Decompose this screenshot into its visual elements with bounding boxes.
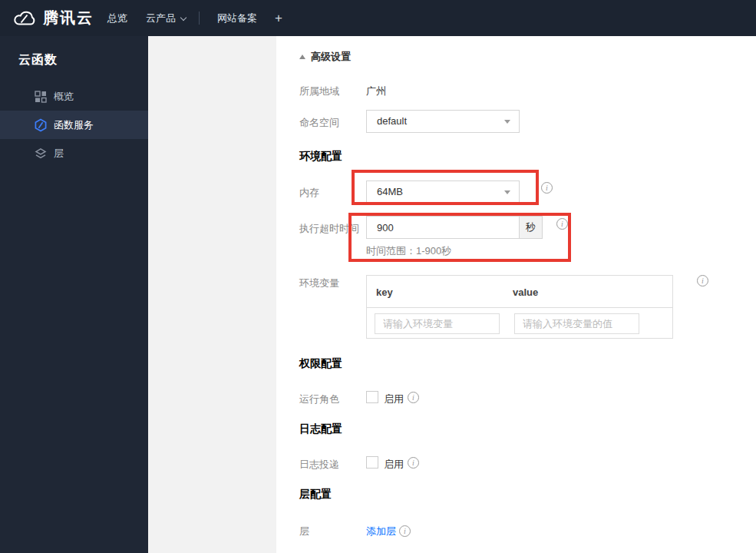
nav-cloud-products[interactable]: 云产品 xyxy=(146,0,186,36)
env-var-value-input[interactable] xyxy=(514,313,639,334)
topbar-divider xyxy=(199,12,200,25)
advanced-settings-toggle[interactable]: 高级设置 xyxy=(299,50,351,64)
sidebar: 云函数 概览 函数服务 层 xyxy=(0,36,148,553)
run-role-label: 运行角色 xyxy=(299,392,339,406)
memory-dropdown[interactable]: 64MB xyxy=(366,180,520,204)
brand-name: 腾讯云 xyxy=(43,8,94,28)
env-config-heading: 环境配置 xyxy=(299,150,342,164)
sidebar-product-title: 云函数 xyxy=(0,36,148,82)
nav-cloud-products-label: 云产品 xyxy=(146,12,176,24)
topbar: 腾讯云 总览 云产品 网站备案 + xyxy=(0,0,756,36)
add-shortcut-button[interactable]: + xyxy=(275,0,282,36)
collapse-triangle-icon xyxy=(299,55,305,59)
namespace-label: 命名空间 xyxy=(299,116,339,130)
timeout-info-icon[interactable] xyxy=(556,218,568,230)
log-delivery-label: 日志投递 xyxy=(299,458,339,472)
add-layer-link[interactable]: 添加层 xyxy=(366,525,396,538)
timeout-input[interactable] xyxy=(366,216,520,239)
sidebar-item-function-service[interactable]: 函数服务 xyxy=(0,111,148,139)
memory-dropdown-value: 64MB xyxy=(377,186,403,197)
log-delivery-enable-label: 启用 xyxy=(384,458,404,472)
env-vars-key-header: key xyxy=(376,286,393,298)
nav-website-icp[interactable]: 网站备案 xyxy=(217,0,257,36)
timeout-unit-suffix: 秒 xyxy=(520,216,543,239)
memory-info-icon[interactable] xyxy=(541,182,553,194)
add-layer-info-icon[interactable] xyxy=(399,525,411,537)
run-role-info-icon[interactable] xyxy=(408,392,419,403)
memory-label: 内存 xyxy=(299,186,319,200)
region-value: 广州 xyxy=(366,84,386,98)
sidebar-item-label: 概览 xyxy=(54,90,74,104)
env-vars-header-divider xyxy=(367,307,672,308)
run-role-enable-checkbox[interactable] xyxy=(366,391,378,403)
permission-config-heading: 权限配置 xyxy=(299,357,342,371)
overview-grid-icon xyxy=(34,90,48,104)
caret-down-icon xyxy=(504,120,510,124)
log-delivery-info-icon[interactable] xyxy=(408,457,419,469)
env-vars-table: key value xyxy=(366,275,673,339)
timeout-label: 执行超时时间 xyxy=(299,222,359,236)
env-vars-info-icon[interactable] xyxy=(697,275,708,286)
layer-label: 层 xyxy=(299,525,309,538)
region-label: 所属地域 xyxy=(299,84,339,98)
advanced-settings-label: 高级设置 xyxy=(311,51,351,62)
collapsed-secondary-panel xyxy=(148,36,276,553)
tencent-cloud-logo-icon xyxy=(12,9,36,27)
sidebar-item-overview[interactable]: 概览 xyxy=(0,82,148,111)
function-service-hexagon-icon xyxy=(34,118,48,132)
layers-icon xyxy=(34,147,48,161)
namespace-dropdown[interactable]: default xyxy=(366,110,520,133)
log-delivery-enable-checkbox[interactable] xyxy=(366,456,378,469)
sidebar-item-label: 层 xyxy=(54,147,64,161)
caret-down-icon xyxy=(504,190,510,194)
timeout-hint: 时间范围：1-900秒 xyxy=(366,244,451,258)
run-role-enable-label: 启用 xyxy=(384,392,404,406)
env-vars-label: 环境变量 xyxy=(299,276,339,290)
namespace-dropdown-value: default xyxy=(377,115,407,127)
main-content: 高级设置 所属地域 广州 命名空间 default 环境配置 内存 64MB 执… xyxy=(276,36,756,553)
log-config-heading: 日志配置 xyxy=(299,422,342,436)
chevron-down-icon xyxy=(180,15,187,21)
nav-overview[interactable]: 总览 xyxy=(107,0,127,36)
layer-config-heading: 层配置 xyxy=(299,488,332,502)
env-var-key-input[interactable] xyxy=(375,313,500,334)
env-vars-value-header: value xyxy=(513,286,538,298)
brand-home-link[interactable]: 腾讯云 xyxy=(12,0,94,36)
sidebar-item-layers[interactable]: 层 xyxy=(0,139,148,167)
sidebar-item-label: 函数服务 xyxy=(54,118,94,132)
